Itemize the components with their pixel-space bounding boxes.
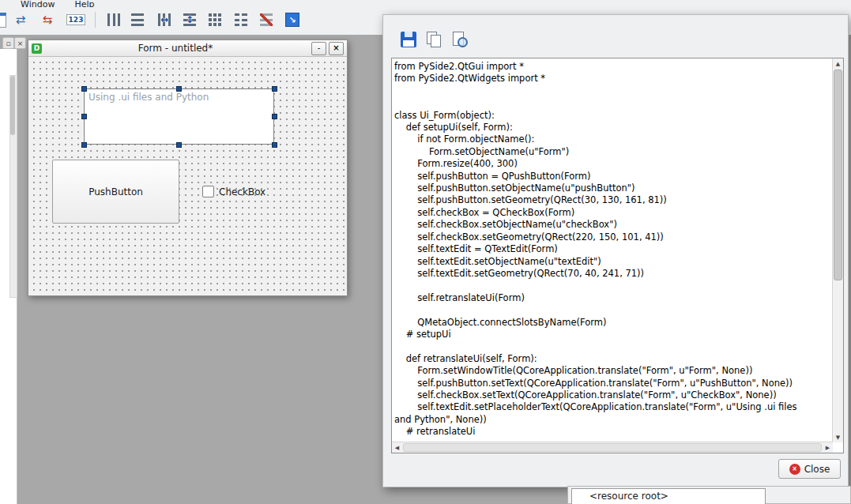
horizontal-scrollbar-thumb[interactable] bbox=[403, 443, 822, 452]
buddies-glyph: ⇆ bbox=[43, 14, 53, 26]
code-text[interactable]: from PySide2.QtGui import * from PySide2… bbox=[394, 61, 830, 440]
edit-tab-order-icon[interactable]: 123 bbox=[66, 10, 85, 29]
layout-grid-glyph bbox=[209, 13, 221, 26]
selection-handle[interactable] bbox=[272, 114, 277, 119]
dock-float-button[interactable]: ▫ bbox=[2, 37, 14, 49]
resource-root-item[interactable]: <resource root> bbox=[572, 489, 765, 504]
textedit-widget[interactable]: Using .ui files and Python bbox=[84, 88, 274, 145]
checkbox-label: CheckBox bbox=[219, 186, 265, 197]
save-icon bbox=[401, 32, 416, 47]
scroll-left-icon[interactable]: ◀ bbox=[392, 442, 402, 453]
scroll-up-icon[interactable]: ▲ bbox=[833, 58, 843, 69]
menu-help[interactable]: Help bbox=[74, 0, 94, 7]
minimize-button[interactable]: - bbox=[311, 42, 326, 55]
checkbox-indicator[interactable] bbox=[202, 186, 214, 197]
dock-close-button[interactable]: × bbox=[14, 37, 26, 49]
selection-handle[interactable] bbox=[272, 86, 277, 92]
toolbar-separator bbox=[95, 12, 96, 28]
widget-box-panel bbox=[0, 49, 17, 504]
vertical-scrollbar[interactable]: ▲ ▼ bbox=[832, 58, 843, 442]
close-circle-icon: × bbox=[789, 464, 800, 475]
pushbutton-widget[interactable]: PushButton bbox=[52, 160, 179, 224]
save-button[interactable] bbox=[399, 30, 418, 49]
form-window-titlebar[interactable]: D Form - untitled* - × bbox=[28, 40, 347, 57]
menu-window[interactable]: Window bbox=[21, 0, 55, 7]
selection-handle[interactable] bbox=[176, 86, 182, 92]
close-button[interactable]: × bbox=[329, 42, 344, 55]
form-file-icon: D bbox=[32, 43, 42, 54]
tab-order-glyph: 123 bbox=[66, 14, 86, 25]
form-canvas[interactable]: Using .ui files and Python PushButton Ch… bbox=[28, 57, 347, 295]
layout-splitter-horizontal-icon[interactable]: ↔ bbox=[155, 10, 174, 29]
edit-signals-slots-icon[interactable]: ⇄ bbox=[11, 10, 30, 29]
selection-handle[interactable] bbox=[272, 142, 277, 148]
widget-glyph bbox=[0, 13, 6, 28]
close-button-label: Close bbox=[804, 464, 830, 475]
form-designer-window: D Form - untitled* - × Using .ui files a… bbox=[28, 39, 348, 296]
find-preview-icon bbox=[451, 32, 467, 47]
widget-box-scrollbar[interactable] bbox=[9, 75, 17, 298]
preview-button[interactable] bbox=[450, 30, 469, 49]
layout-grid-icon[interactable] bbox=[205, 10, 224, 29]
vertical-scrollbar-thumb[interactable] bbox=[834, 70, 842, 280]
layout-horizontal-glyph bbox=[107, 13, 120, 26]
layout-form-glyph bbox=[235, 13, 247, 26]
selection-handle[interactable] bbox=[81, 142, 87, 148]
code-preview-dialog: from PySide2.QtGui import * from PySide2… bbox=[382, 14, 849, 487]
adjust-size-icon[interactable]: ↘ bbox=[283, 10, 302, 29]
layout-vertical-icon[interactable] bbox=[128, 10, 147, 29]
scroll-right-icon[interactable]: ▶ bbox=[823, 442, 833, 453]
textedit-placeholder: Using .ui files and Python bbox=[85, 89, 273, 105]
selection-handle[interactable] bbox=[81, 114, 87, 119]
float-icon: ▫ bbox=[6, 39, 10, 47]
menubar: Window Help bbox=[0, 0, 851, 7]
code-editor[interactable]: from PySide2.QtGui import * from PySide2… bbox=[391, 58, 844, 453]
edit-buddies-icon[interactable]: ⇆ bbox=[38, 10, 57, 29]
widget-box-scrollbar-thumb[interactable] bbox=[10, 76, 15, 135]
horizontal-scrollbar[interactable]: ◀ ▶ bbox=[392, 442, 833, 453]
resource-tree[interactable]: <resource root> bbox=[571, 488, 766, 504]
close-icon: × bbox=[17, 39, 24, 47]
close-dialog-button[interactable]: × Close bbox=[778, 459, 841, 479]
copy-button[interactable] bbox=[424, 30, 443, 49]
signals-slots-glyph: ⇄ bbox=[16, 14, 26, 26]
break-layout-glyph bbox=[260, 13, 273, 26]
resource-browser-panel: <resource root> bbox=[567, 486, 851, 504]
splitter-horizontal-glyph: ↔ bbox=[158, 13, 171, 26]
copy-icon bbox=[426, 32, 442, 47]
edit-widgets-icon[interactable] bbox=[0, 10, 9, 29]
scroll-down-icon[interactable]: ▼ bbox=[833, 432, 843, 442]
selection-handle[interactable] bbox=[81, 86, 87, 92]
splitter-vertical-glyph: ↕ bbox=[183, 13, 196, 26]
form-window-title: Form - untitled* bbox=[42, 43, 309, 54]
layout-vertical-glyph bbox=[131, 13, 144, 26]
adjust-size-glyph: ↘ bbox=[285, 13, 299, 27]
selection-handle[interactable] bbox=[176, 142, 182, 148]
layout-horizontal-icon[interactable] bbox=[104, 10, 123, 29]
layout-form-icon[interactable] bbox=[232, 10, 250, 29]
checkbox-widget[interactable]: CheckBox bbox=[202, 175, 282, 208]
break-layout-icon[interactable] bbox=[257, 10, 276, 29]
pushbutton-label: PushButton bbox=[88, 186, 143, 197]
layout-splitter-vertical-icon[interactable]: ↕ bbox=[180, 10, 199, 29]
